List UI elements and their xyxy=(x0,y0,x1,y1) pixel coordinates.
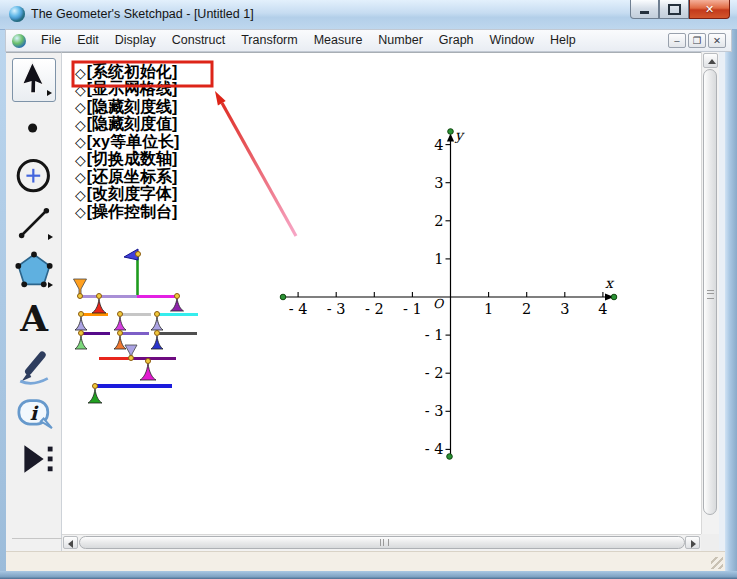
menu-item-graph[interactable]: Graph xyxy=(431,30,482,51)
menu-item-edit[interactable]: Edit xyxy=(69,30,107,51)
maximize-icon xyxy=(668,4,681,15)
window-title: The Geometer's Sketchpad - [Untitled 1] xyxy=(31,0,254,29)
scrollbar-corner xyxy=(701,534,719,551)
vertical-scrollbar xyxy=(701,52,719,551)
action-button-label: [操作控制台] xyxy=(87,202,178,223)
close-icon: ✕ xyxy=(705,3,714,16)
toolbox-separator xyxy=(12,538,67,539)
document-icon xyxy=(12,34,26,48)
caption-buttons: ✕ xyxy=(630,0,730,19)
arrow-right-icon xyxy=(691,540,696,548)
window-border-inner xyxy=(719,52,725,551)
diamond-bullet-icon: ◇ xyxy=(75,117,86,133)
svg-text:A: A xyxy=(19,297,49,339)
horizontal-scrollbar xyxy=(62,534,701,551)
tool-submenu-arrow xyxy=(47,90,52,96)
app-logo-icon xyxy=(9,6,25,22)
compass-circle-icon xyxy=(12,153,56,197)
resize-grip-icon xyxy=(711,557,723,569)
scroll-left-button[interactable] xyxy=(63,536,78,549)
window-border-right xyxy=(725,29,737,572)
close-button[interactable]: ✕ xyxy=(689,0,730,19)
marker-icon xyxy=(12,344,56,388)
tool-submenu-arrow xyxy=(48,282,53,288)
menu-items: FileEditDisplayConstructTransformMeasure… xyxy=(33,30,584,51)
minimize-icon xyxy=(640,11,649,14)
window-border-bottom xyxy=(0,571,737,579)
info-bubble-icon: i xyxy=(12,391,56,435)
diamond-bullet-icon: ◇ xyxy=(75,134,86,150)
menu-item-construct[interactable]: Construct xyxy=(164,30,234,51)
title-bar[interactable]: The Geometer's Sketchpad - [Untitled 1] … xyxy=(0,0,737,30)
mdi-close-button[interactable]: ✕ xyxy=(708,33,726,48)
horizontal-scroll-thumb[interactable] xyxy=(79,536,685,549)
minimize-button[interactable] xyxy=(630,0,659,19)
diamond-bullet-icon: ◇ xyxy=(75,152,86,168)
polygon-tool[interactable] xyxy=(12,249,56,293)
mdi-restore-button[interactable]: ❐ xyxy=(688,33,706,48)
scroll-right-button[interactable] xyxy=(685,536,700,549)
menu-item-measure[interactable]: Measure xyxy=(306,30,371,51)
diamond-bullet-icon: ◇ xyxy=(75,65,86,81)
thumb-grip xyxy=(707,290,714,299)
vertical-scroll-thumb[interactable] xyxy=(703,69,717,515)
selection-arrow-tool[interactable] xyxy=(12,58,56,102)
text-tool[interactable]: A xyxy=(12,297,56,341)
menu-item-number[interactable]: Number xyxy=(370,30,430,51)
status-bar xyxy=(6,551,725,571)
menu-item-help[interactable]: Help xyxy=(542,30,584,51)
diamond-bullet-icon: ◇ xyxy=(75,82,86,98)
mdi-minimize-button[interactable]: – xyxy=(668,33,686,48)
arrow-up-icon xyxy=(708,59,716,64)
tool-submenu-arrow xyxy=(48,234,53,240)
thumb-grip xyxy=(380,539,389,546)
straightedge-tool[interactable] xyxy=(12,201,56,245)
menu-item-transform[interactable]: Transform xyxy=(233,30,306,51)
action-button[interactable]: ◇[操作控制台] xyxy=(75,203,177,221)
selection-arrow-icon xyxy=(13,59,57,103)
scroll-up-button[interactable] xyxy=(703,53,718,68)
point-icon xyxy=(12,106,56,150)
mdi-window-buttons: –❐✕ xyxy=(668,33,726,48)
menu-bar: FileEditDisplayConstructTransformMeasure… xyxy=(5,29,732,52)
diamond-bullet-icon: ◇ xyxy=(75,99,86,115)
custom-tool[interactable] xyxy=(12,437,56,481)
text-icon: A xyxy=(12,297,56,341)
arrow-left-icon xyxy=(68,540,73,548)
toolbox: A i xyxy=(6,52,62,551)
diamond-bullet-icon: ◇ xyxy=(75,187,86,203)
custom-tool-icon xyxy=(12,437,56,481)
compass-tool[interactable] xyxy=(12,153,56,197)
diamond-bullet-icon: ◇ xyxy=(75,169,86,185)
information-tool[interactable]: i xyxy=(12,391,56,435)
point-tool[interactable] xyxy=(12,106,56,150)
menu-item-window[interactable]: Window xyxy=(482,30,542,51)
diamond-bullet-icon: ◇ xyxy=(75,204,86,220)
marker-tool[interactable] xyxy=(12,344,56,388)
maximize-button[interactable] xyxy=(659,0,689,19)
application-window: The Geometer's Sketchpad - [Untitled 1] … xyxy=(0,0,737,579)
menu-item-display[interactable]: Display xyxy=(107,30,164,51)
menu-item-file[interactable]: File xyxy=(33,30,69,51)
